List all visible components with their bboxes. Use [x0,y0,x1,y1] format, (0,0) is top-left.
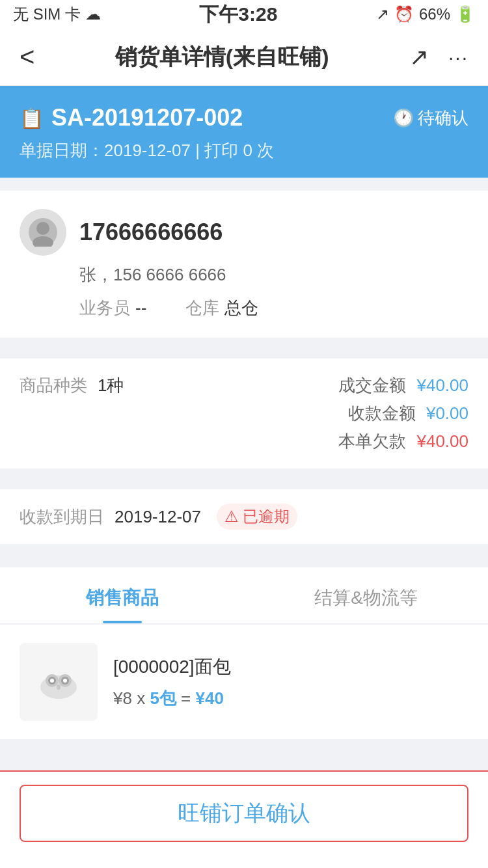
customer-card: 17666666666 张，156 6666 6666 业务员 -- 仓库 总仓 [0,191,488,338]
receipt-amount: ¥0.00 [426,403,468,424]
alarm-icon: ⏰ [394,5,414,23]
debt-label: 本单欠款 [338,430,406,453]
price-total: ¥40 [195,688,223,708]
confirm-order-button[interactable]: 旺铺订单确认 [20,785,468,842]
product-types-label: 商品种类 [20,374,87,397]
order-id: 📋 SA-20191207-002 [20,104,243,131]
transaction-label: 成交金额 [338,374,406,397]
status-left: 无 SIM 卡 ☁ [13,4,101,25]
salesperson-item: 业务员 -- [79,297,146,319]
svg-point-7 [50,679,54,683]
product-types: 商品种类 1种 [20,374,338,397]
order-icon: 📋 [20,107,44,129]
debt-row: 本单欠款 ¥40.00 [338,430,468,453]
more-button[interactable]: ··· [448,46,468,68]
order-date: 单据日期：2019-12-07 | 打印 0 次 [20,139,468,162]
salesperson-value: -- [135,298,146,318]
page-title: 销货单详情(来自旺铺) [115,42,329,72]
price-quantity: 5包 [150,688,176,708]
customer-meta: 业务员 -- 仓库 总仓 [20,297,468,319]
nav-actions: ↗ ··· [409,44,468,71]
status-bar: 无 SIM 卡 ☁ 下午3:28 ↗ ⏰ 66% 🔋 [0,0,488,29]
bottom-bar: 旺铺订单确认 [0,770,488,868]
avatar [20,209,66,256]
no-sim-label: 无 SIM 卡 ☁ [13,4,101,25]
order-status: 🕐 待确认 [393,107,468,129]
product-price: ¥8 x 5包 = ¥40 [113,687,468,710]
product-item: [0000002]面包 ¥8 x 5包 = ¥40 [0,625,488,739]
due-date-label: 收款到期日 [20,506,104,528]
order-header: 📋 SA-20191207-002 🕐 待确认 单据日期：2019-12-07 … [0,86,488,178]
due-date-card: 收款到期日 2019-12-07 ⚠ 已逾期 [0,489,488,544]
tabs-container: 销售商品 结算&物流等 [0,567,488,623]
tab-settlement-logistics[interactable]: 结算&物流等 [244,567,488,623]
warehouse-item: 仓库 总仓 [185,297,258,319]
nav-bar: < 销货单详情(来自旺铺) ↗ ··· [0,29,488,86]
back-button[interactable]: < [20,42,34,72]
avatar-icon [29,218,57,247]
products-section: [0000002]面包 ¥8 x 5包 = ¥40 [0,625,488,739]
customer-phone: 17666666666 [79,219,223,246]
price-equals: = [176,688,196,708]
clock-icon: 🕐 [393,108,414,128]
svg-point-1 [33,236,53,247]
debt-amount: ¥40.00 [416,431,468,452]
warning-icon: ⚠ [224,508,239,526]
svg-point-9 [57,685,61,690]
tab-sales-products[interactable]: 销售商品 [0,567,244,623]
status-right: ↗ ⏰ 66% 🔋 [376,5,475,23]
customer-name-phone: 张，156 6666 6666 [20,264,468,286]
overdue-badge: ⚠ 已逾期 [217,504,297,530]
product-name: [0000002]面包 [113,655,468,679]
transaction-row: 成交金额 ¥40.00 [338,374,468,397]
product-info: [0000002]面包 ¥8 x 5包 = ¥40 [113,655,468,710]
warehouse-label: 仓库 [185,297,219,319]
svg-point-0 [36,222,49,235]
location-icon: ↗ [376,5,389,23]
divider-3 [0,557,488,567]
stats-card: 商品种类 1种 成交金额 ¥40.00 收款金额 ¥0.00 本单欠款 ¥40.… [0,359,488,468]
amounts-section: 成交金额 ¥40.00 收款金额 ¥0.00 本单欠款 ¥40.00 [338,374,468,453]
divider-1 [0,348,488,359]
warehouse-value: 总仓 [224,297,258,319]
status-time: 下午3:28 [199,1,277,28]
battery-label: 66% [419,5,450,23]
due-date-value: 2019-12-07 [115,507,201,527]
receipt-row: 收款金额 ¥0.00 [348,402,468,425]
product-types-value: 1种 [98,374,124,397]
transaction-amount: ¥40.00 [416,375,468,396]
divider-2 [0,479,488,489]
svg-point-8 [63,679,67,683]
battery-icon: 🔋 [455,5,475,23]
overdue-label: 已逾期 [243,506,290,527]
salesperson-label: 业务员 [79,297,130,319]
receipt-label: 收款金额 [348,402,416,425]
share-button[interactable]: ↗ [409,44,429,71]
product-image [20,643,98,721]
price-base: ¥8 x [113,688,150,708]
